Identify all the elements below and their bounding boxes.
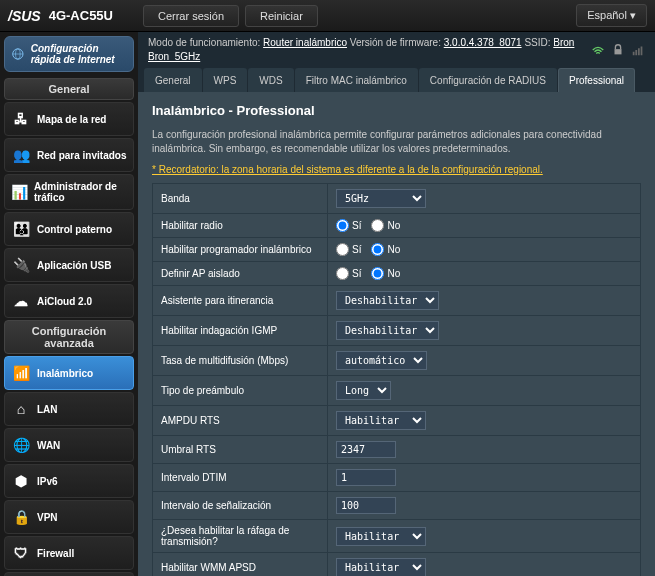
- tab-mac-filter[interactable]: Filtro MAC inalámbrico: [295, 68, 418, 92]
- ssid1-link[interactable]: Bron: [553, 37, 574, 48]
- radio-no[interactable]: [371, 219, 384, 232]
- logout-button[interactable]: Cerrar sesión: [143, 5, 239, 27]
- nav-lan[interactable]: ⌂LAN: [4, 392, 134, 426]
- nav-network-map[interactable]: 🖧Mapa de la red: [4, 102, 134, 136]
- timezone-reminder-link[interactable]: * Recordatorio: la zona horaria del sist…: [152, 164, 641, 175]
- burst-select[interactable]: Habilitar: [336, 527, 426, 546]
- fw-link[interactable]: 3.0.0.4.378_8071: [444, 37, 522, 48]
- parental-icon: 👪: [11, 219, 31, 239]
- preamble-label: Tipo de preámbulo: [153, 376, 328, 406]
- globe-icon: [11, 43, 25, 65]
- nav-aicloud[interactable]: ☁AiCloud 2.0: [4, 284, 134, 318]
- svg-rect-5: [635, 50, 637, 55]
- wmm-select[interactable]: Habilitar: [336, 558, 426, 576]
- roaming-label: Asistente para itinerancia: [153, 286, 328, 316]
- burst-label: ¿Desea habilitar la ráfaga de transmisió…: [153, 520, 328, 553]
- nav-wireless[interactable]: 📶Inalámbrico: [4, 356, 134, 390]
- guest-icon: 👥: [11, 145, 31, 165]
- top-bar: /SUS 4G-AC55U Cerrar sesión Reiniciar Es…: [0, 0, 655, 32]
- sidebar: Configuración rápida de Internet General…: [0, 32, 138, 576]
- lan-icon: ⌂: [11, 399, 31, 419]
- vpn-icon: 🔒: [11, 507, 31, 527]
- reboot-button[interactable]: Reiniciar: [245, 5, 318, 27]
- brand-logo: /SUS: [8, 8, 41, 24]
- scheduler-yes[interactable]: [336, 243, 349, 256]
- nav-label: Firewall: [37, 548, 74, 559]
- svg-rect-6: [638, 48, 640, 55]
- rts-input[interactable]: [336, 441, 396, 458]
- isolated-label: Definir AP aislado: [153, 262, 328, 286]
- nav-label: WAN: [37, 440, 60, 451]
- tab-radius[interactable]: Configuración de RADIUS: [419, 68, 557, 92]
- nav-label: Mapa de la red: [37, 114, 106, 125]
- dtim-input[interactable]: [336, 469, 396, 486]
- nav-parental-control[interactable]: 👪Control paterno: [4, 212, 134, 246]
- tab-general[interactable]: General: [144, 68, 202, 92]
- nav-firewall[interactable]: 🛡Firewall: [4, 536, 134, 570]
- nav-label: Aplicación USB: [37, 260, 111, 271]
- igmp-label: Habilitar indagación IGMP: [153, 316, 328, 346]
- wan-icon: 🌐: [11, 435, 31, 455]
- igmp-select[interactable]: Deshabilitar: [336, 321, 439, 340]
- roaming-select[interactable]: Deshabilitar: [336, 291, 439, 310]
- language-select[interactable]: Español ▾: [576, 4, 647, 27]
- isolated-no[interactable]: [371, 267, 384, 280]
- info-bar: Modo de funcionamiento: Router inalámbri…: [138, 32, 655, 68]
- nav-usb-app[interactable]: 🔌Aplicación USB: [4, 248, 134, 282]
- nav-label: VPN: [37, 512, 58, 523]
- isolated-yes[interactable]: [336, 267, 349, 280]
- quick-setup-button[interactable]: Configuración rápida de Internet: [4, 36, 134, 72]
- beacon-label: Intervalo de señalización: [153, 492, 328, 520]
- nav-ipv6[interactable]: ⬢IPv6: [4, 464, 134, 498]
- nav-label: Control paterno: [37, 224, 112, 235]
- tab-wds[interactable]: WDS: [248, 68, 293, 92]
- ssid-label: SSID:: [524, 37, 550, 48]
- wmm-label: Habilitar WMM APSD: [153, 553, 328, 577]
- ampdu-select[interactable]: Habilitar: [336, 411, 426, 430]
- scheduler-label: Habilitar programador inalámbrico: [153, 238, 328, 262]
- nav-administration[interactable]: ⚙Administración: [4, 572, 134, 576]
- fw-label: Versión de firmware:: [350, 37, 441, 48]
- wifi-status-icon: [591, 43, 605, 57]
- firewall-icon: 🛡: [11, 543, 31, 563]
- multicast-label: Tasa de multidifusión (Mbps): [153, 346, 328, 376]
- svg-rect-3: [615, 49, 622, 54]
- band-select[interactable]: 5GHz: [336, 189, 426, 208]
- band-label: Banda: [153, 184, 328, 214]
- cloud-icon: ☁: [11, 291, 31, 311]
- tab-wps[interactable]: WPS: [203, 68, 248, 92]
- ssid2-link[interactable]: Bron_5GHz: [148, 51, 200, 62]
- nav-label: LAN: [37, 404, 58, 415]
- quick-setup-label: Configuración rápida de Internet: [31, 43, 127, 65]
- dtim-label: Intervalo DTIM: [153, 464, 328, 492]
- beacon-input[interactable]: [336, 497, 396, 514]
- traffic-icon: 📊: [11, 182, 28, 202]
- nav-label: IPv6: [37, 476, 58, 487]
- multicast-select[interactable]: automático: [336, 351, 427, 370]
- nav-traffic-manager[interactable]: 📊Administrador de tráfico: [4, 174, 134, 210]
- ipv6-icon: ⬢: [11, 471, 31, 491]
- page-description: La configuración profesional inalámbrica…: [152, 128, 641, 156]
- nav-label: Administrador de tráfico: [34, 181, 127, 203]
- nav-vpn[interactable]: 🔒VPN: [4, 500, 134, 534]
- svg-rect-7: [641, 47, 643, 56]
- tabs: General WPS WDS Filtro MAC inalámbrico C…: [138, 68, 655, 93]
- model-label: 4G-AC55U: [49, 8, 113, 23]
- svg-rect-4: [633, 52, 635, 56]
- network-map-icon: 🖧: [11, 109, 31, 129]
- scheduler-no[interactable]: [371, 243, 384, 256]
- radio-yes[interactable]: [336, 219, 349, 232]
- mode-link[interactable]: Router inalámbrico: [263, 37, 347, 48]
- tab-professional[interactable]: Professional: [558, 68, 635, 92]
- page-title: Inalámbrico - Professional: [152, 103, 641, 118]
- nav-label: AiCloud 2.0: [37, 296, 92, 307]
- nav-label: Red para invitados: [37, 150, 126, 161]
- nav-wan[interactable]: 🌐WAN: [4, 428, 134, 462]
- section-advanced-header: Configuración avanzada: [4, 320, 134, 354]
- nav-guest-network[interactable]: 👥Red para invitados: [4, 138, 134, 172]
- preamble-select[interactable]: Long: [336, 381, 391, 400]
- ampdu-label: AMPDU RTS: [153, 406, 328, 436]
- rts-label: Umbral RTS: [153, 436, 328, 464]
- lock-status-icon: [611, 43, 625, 57]
- language-label: Español: [587, 9, 627, 21]
